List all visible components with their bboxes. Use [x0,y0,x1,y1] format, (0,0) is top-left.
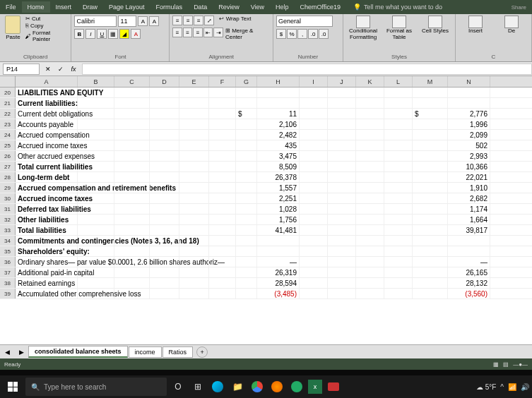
cell[interactable] [78,278,114,288]
table-row[interactable]: 28Long-term debt26,37822,021 [0,172,532,183]
tab-draw[interactable]: Draw [77,1,103,13]
cell[interactable] [179,204,209,214]
cell[interactable] [384,88,413,97]
cell[interactable] [114,98,150,108]
view-page-button[interactable]: ▤ [503,361,509,368]
cell[interactable]: 28,132 [448,278,490,288]
cell[interactable] [236,215,257,224]
cell[interactable] [114,183,150,193]
cell[interactable]: 26,319 [257,267,300,277]
cell[interactable] [209,109,236,119]
cell[interactable] [179,140,209,150]
cell[interactable] [413,130,448,140]
cell[interactable] [236,225,257,235]
percent-button[interactable]: % [287,29,297,39]
table-row[interactable]: 29Accrued compensation and retirement be… [0,183,532,193]
cell[interactable]: 2,482 [257,130,300,140]
cell[interactable] [413,246,448,256]
cell[interactable] [150,225,179,235]
cell[interactable] [384,183,413,193]
tab-help[interactable]: Help [270,1,295,13]
format-painter-button[interactable]: 🖌Format Painter [25,30,69,42]
tray-chevron-icon[interactable]: ^ [500,383,504,391]
share-button[interactable]: Share [512,4,532,11]
cell[interactable] [300,204,328,214]
cell[interactable]: 435 [257,140,300,150]
cell[interactable]: 1,910 [448,183,490,193]
cell[interactable] [356,257,384,267]
cell[interactable] [209,98,236,108]
cell[interactable] [114,204,150,214]
cell[interactable] [300,225,328,235]
cell[interactable] [328,140,356,150]
sheet-tab[interactable]: consolidated balance sheets [28,346,128,358]
cell[interactable] [114,236,150,246]
cell[interactable] [413,193,448,203]
cell[interactable] [78,193,114,203]
cell[interactable] [179,88,209,97]
cell[interactable] [150,204,179,214]
cell[interactable] [114,140,150,150]
cell[interactable] [78,162,114,171]
cell[interactable] [413,289,448,298]
cell[interactable]: $ [413,109,448,119]
cell[interactable]: 11 [257,109,300,119]
cell[interactable] [114,119,150,129]
align-center-button[interactable]: ≡ [183,28,193,37]
cell[interactable] [150,267,179,277]
cell[interactable] [300,183,328,193]
cell[interactable] [384,109,413,119]
cell[interactable] [209,225,236,235]
cell[interactable]: 2,776 [448,109,490,119]
cell[interactable] [257,236,300,246]
cell[interactable] [328,246,356,256]
cell[interactable] [114,130,150,140]
cell[interactable] [448,88,490,97]
font-color-button[interactable]: A [131,29,141,39]
cell[interactable]: LIABILITIES AND EQUITY [16,88,78,97]
cell[interactable] [384,257,413,267]
cell[interactable] [413,236,448,246]
cell[interactable]: Additional paid-in capital [16,267,78,277]
cell[interactable] [328,215,356,224]
cell[interactable] [384,278,413,288]
weather-widget[interactable]: ☁ 5°F [476,383,496,391]
tab-chemoffice[interactable]: ChemOffice19 [295,1,346,13]
cell[interactable] [179,236,209,246]
cell[interactable] [328,289,356,298]
cell[interactable]: 1,756 [257,215,300,224]
cell[interactable] [209,119,236,129]
cell[interactable]: (3,560) [448,289,490,298]
zoom-slider[interactable]: —●— [513,361,528,368]
volume-icon[interactable]: 🔊 [521,383,529,391]
start-button[interactable] [3,377,23,397]
col-header[interactable]: K [356,76,384,87]
col-header[interactable]: A [16,76,78,87]
file-explorer-icon[interactable]: 📁 [229,378,246,395]
cell[interactable] [300,236,328,246]
cell[interactable] [209,246,236,256]
cell[interactable]: Accrued income taxes [16,140,78,150]
cell[interactable]: — [257,257,300,267]
cell[interactable]: Commitments and contingencies (Notes 3, … [16,236,78,246]
cell[interactable] [384,204,413,214]
cell[interactable] [328,109,356,119]
row-header[interactable]: 26 [0,151,16,161]
cell[interactable] [150,193,179,203]
cell[interactable] [356,267,384,277]
cell[interactable] [384,193,413,203]
cell[interactable] [114,215,150,224]
edge-icon[interactable] [209,378,226,395]
cell[interactable]: Accrued compensation and retirement bene… [16,183,78,193]
tab-formulas[interactable]: Formulas [150,1,189,13]
spreadsheet-grid[interactable]: A B C D E F G H I J K L M N 20LIABILITIE… [0,76,532,344]
table-row[interactable]: 20LIABILITIES AND EQUITY [0,88,532,98]
col-header[interactable]: B [78,76,114,87]
row-header[interactable]: 34 [0,236,16,246]
cell[interactable]: Current liabilities: [16,98,78,108]
cell[interactable] [150,109,179,119]
cancel-formula-button[interactable]: ✕ [42,64,54,75]
cell[interactable] [300,246,328,256]
cell[interactable] [236,246,257,256]
increase-indent-button[interactable]: ⇥ [213,28,223,37]
